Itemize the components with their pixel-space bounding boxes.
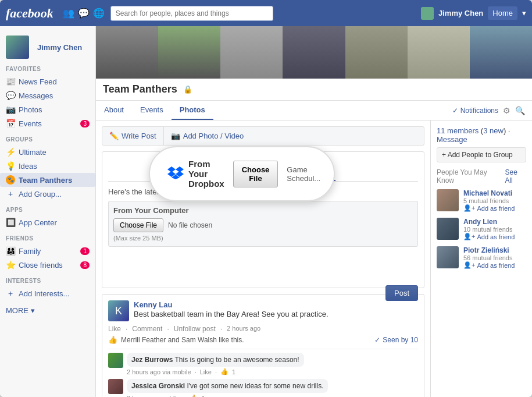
messages-icon[interactable]: 💬 [78,8,90,19]
sidebar-apps: APPS 🔲 App Center [0,204,95,229]
timeline-right: 11 members (3 new) · Message + Add Peopl… [430,120,532,397]
comment-text-jessica: I've got some new ideas for some new dri… [187,382,323,390]
jez-avatar [108,353,123,368]
sidebar-more[interactable]: MORE ▾ [0,304,95,317]
gear-settings-icon[interactable]: ⚙ [503,106,510,115]
likers-text: Merrill Feather and Sam Walsh like this. [121,336,244,344]
andy-name[interactable]: Andy Lien [463,218,515,226]
thumbsup-jessica: 👍 [190,394,198,397]
dropbox-overlay: From Your Dropbox Choose File Game Sched… [149,146,335,201]
events-badge: 3 [80,120,90,127]
ideas-label: Ideas [19,162,37,171]
sidebar-item-photos[interactable]: 📷 Photos [0,102,95,116]
post-item-kenny: K Kenny Lau Best basketball team in the … [102,294,424,397]
jez-likes-count: 1 [232,368,235,375]
post-button[interactable]: Post [385,285,418,301]
post-actions-bar: ✏️ Write Post 📷 Add Photo / Video [102,126,424,146]
person-item-michael: Michael Novati 5 mutual friends 👤+ Add a… [437,189,526,212]
comment-meta-jessica: 2 hours ago · Like · 👍 1 [127,394,328,397]
newsfeed-label: News Feed [19,77,57,86]
write-post-label: Write Post [122,132,156,140]
family-icon: 👨‍👩‍👧 [6,246,15,256]
piotr-name[interactable]: Piotr Zieliński [463,246,515,254]
sidebar-item-ideas[interactable]: 💡 Ideas [0,159,95,173]
notifications-btn[interactable]: ✓ Notifications [452,107,498,115]
like-link-kenny[interactable]: Like [108,325,121,333]
jez-time: 2 hours ago via mobile [127,368,191,375]
unfollow-link-kenny[interactable]: Unfollow post [174,325,216,333]
sidebar-item-events[interactable]: 📅 Events 3 [0,116,95,130]
choose-file-button[interactable]: Choose File [113,218,163,232]
sidebar-item-messages[interactable]: 💬 Messages [0,88,95,102]
closefriends-icon: ⭐ [6,260,15,270]
choose-file-dropbox-button[interactable]: Choose File [233,161,279,187]
sidebar-user-name[interactable]: Jimmy Chen [37,43,82,52]
members-count: 11 members (3 new) · Message [437,126,526,144]
new-members[interactable]: 3 new [483,126,504,135]
cover-seg-1 [96,26,158,79]
sidebar-item-teampanthers[interactable]: 🐾 Team Panthers [0,173,95,187]
sidebar-profile: Jimmy Chen [0,31,95,63]
pencil-icon: ✏️ [109,132,119,140]
ultimate-label: Ultimate [19,148,47,157]
top-nav: facebook 👥 💬 🌐 Jimmy Chen Home ▾ [0,0,532,26]
home-button[interactable]: Home [488,6,517,20]
closefriends-label: Close friends [19,261,63,270]
group-tab-photos[interactable]: Photos [172,101,213,120]
notifications-label: Notifications [460,107,498,115]
from-computer-section: From Your Computer Choose File No file c… [108,201,418,247]
sidebar-item-newsfeed[interactable]: 📰 News Feed [0,75,95,88]
jessica-like[interactable]: Like [169,395,181,398]
jez-like[interactable]: Like [200,368,212,375]
add-people-button[interactable]: + Add People to Group [437,147,526,162]
dropbox-section: From Your Dropbox [167,159,224,189]
comment-author-jez[interactable]: Jez Burrows [131,356,173,364]
notifications-icon[interactable]: 🌐 [93,8,105,19]
group-tab-events[interactable]: Events [132,101,172,120]
likes-row-kenny: 👍 Merrill Feather and Sam Walsh like thi… [108,335,418,344]
sidebar-item-addgroup[interactable]: + Add Group... [0,187,95,201]
timeline-main: ✏️ Write Post 📷 Add Photo / Video [96,120,430,397]
michael-add[interactable]: 👤+ Add as friend [463,204,515,212]
andy-avatar [437,218,459,240]
search-input[interactable] [116,9,268,17]
andy-info: Andy Lien 10 mutual friends 👤+ Add as fr… [463,218,515,240]
max-size-label: (Max size 25 MB) [113,235,413,242]
michael-name[interactable]: Michael Novati [463,189,515,197]
family-badge: 1 [80,247,90,255]
add-photo-btn[interactable]: 📷 Add Photo / Video [164,127,251,145]
friends-icon[interactable]: 👥 [63,8,74,19]
seen-check-icon: ✓ [374,336,380,344]
see-all-link[interactable]: See All [505,168,526,185]
comment-text-jez: This is going to be an awesome season! [174,356,299,364]
nav-icons: 👥 💬 🌐 [63,8,105,19]
sidebar-item-closefriends[interactable]: ⭐ Close friends 8 [0,258,95,272]
appcenter-label: App Center [19,218,57,227]
addgroup-label: Add Group... [19,190,62,198]
comment-content-jessica: Jessica Gronski I've got some new ideas … [127,379,328,397]
addinterests-icon: + [6,289,15,298]
piotr-add[interactable]: 👤+ Add as friend [463,261,515,269]
group-search-icon[interactable]: 🔍 [515,106,525,115]
nav-dropdown-icon[interactable]: ▾ [522,9,526,17]
comment-link-kenny[interactable]: Comment [132,325,162,333]
group-tab-about[interactable]: About [96,101,132,120]
sidebar-item-addinterests[interactable]: + Add Interests... [0,286,95,300]
message-link[interactable]: Message [437,135,467,144]
comment-author-jessica[interactable]: Jessica Gronski [131,382,185,390]
user-avatar-small [421,7,434,20]
add-friend-icon-piotr: 👤+ [463,261,475,269]
sidebar-item-family[interactable]: 👨‍👩‍👧 Family 1 [0,244,95,258]
sidebar-item-ultimate[interactable]: ⚡ Ultimate [0,145,95,159]
user-name-label[interactable]: Jimmy Chen [438,9,483,17]
closefriends-badge: 8 [80,261,90,269]
post-author-kenny[interactable]: Kenny Lau [134,300,329,309]
michael-avatar [437,189,459,211]
write-post-btn[interactable]: ✏️ Write Post [102,127,164,145]
check-icon: ✓ [452,107,458,115]
sidebar-item-appcenter[interactable]: 🔲 App Center [0,215,95,229]
people-know-title: People You May Know [437,168,505,185]
comment-item-jessica: Jessica Gronski I've got some new ideas … [108,379,418,397]
comment-item-jez: Jez Burrows This is going to be an aweso… [108,353,418,375]
andy-add[interactable]: 👤+ Add as friend [463,233,515,240]
